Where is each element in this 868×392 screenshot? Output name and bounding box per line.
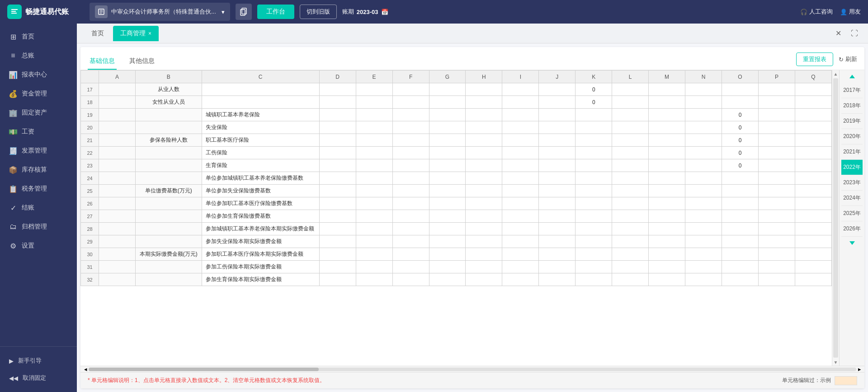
tab-close-icon[interactable]: × — [148, 30, 151, 37]
year-item[interactable]: 2023年 — [841, 175, 863, 191]
table-cell[interactable] — [612, 235, 649, 248]
table-cell[interactable] — [99, 121, 136, 134]
table-cell[interactable] — [466, 172, 502, 185]
table-cell[interactable] — [319, 185, 356, 197]
table-cell[interactable] — [99, 147, 136, 159]
sub-tab-basic[interactable]: 基础信息 — [88, 53, 117, 70]
table-cell[interactable] — [319, 147, 356, 159]
table-cell[interactable] — [466, 273, 502, 286]
table-cell[interactable] — [466, 121, 502, 134]
table-cell[interactable] — [612, 121, 649, 134]
table-cell[interactable] — [685, 235, 722, 248]
table-cell[interactable]: 工伤保险 — [202, 147, 319, 159]
table-cell[interactable] — [356, 121, 392, 134]
table-cell[interactable] — [685, 223, 722, 235]
scroll-up-arrow[interactable]: ▲ — [832, 70, 839, 77]
table-cell[interactable] — [649, 235, 685, 248]
table-cell[interactable] — [319, 172, 356, 185]
table-cell[interactable] — [356, 248, 392, 261]
table-cell[interactable] — [502, 210, 539, 223]
table-cell[interactable] — [392, 273, 429, 286]
table-cell[interactable] — [392, 223, 429, 235]
table-cell[interactable] — [795, 235, 831, 248]
table-cell[interactable] — [356, 197, 392, 210]
table-cell[interactable] — [466, 210, 502, 223]
table-cell[interactable] — [429, 235, 466, 248]
table-cell[interactable] — [319, 235, 356, 248]
table-cell[interactable] — [722, 210, 759, 223]
table-cell[interactable] — [649, 185, 685, 197]
table-cell[interactable] — [722, 235, 759, 248]
table-cell[interactable]: 单位参加职工基本医疗保险缴费基数 — [202, 197, 319, 210]
table-cell[interactable] — [795, 248, 831, 261]
table-cell[interactable] — [612, 109, 649, 121]
table-cell[interactable] — [612, 83, 649, 96]
table-cell[interactable] — [722, 248, 759, 261]
table-cell[interactable] — [795, 121, 831, 134]
table-cell[interactable] — [576, 261, 612, 273]
table-cell[interactable] — [135, 273, 202, 286]
table-cell[interactable] — [722, 197, 759, 210]
table-cell[interactable] — [392, 185, 429, 197]
table-cell[interactable] — [539, 261, 576, 273]
table-cell[interactable] — [466, 235, 502, 248]
table-cell[interactable] — [649, 210, 685, 223]
table-cell[interactable] — [319, 273, 356, 286]
table-cell[interactable] — [758, 134, 795, 147]
table-cell[interactable] — [429, 147, 466, 159]
refresh-button[interactable]: ↻ 刷新 — [839, 55, 857, 63]
table-cell[interactable] — [319, 261, 356, 273]
table-cell[interactable] — [612, 261, 649, 273]
table-cell[interactable] — [502, 172, 539, 185]
table-cell[interactable] — [99, 197, 136, 210]
table-cell[interactable] — [758, 159, 795, 172]
table-cell[interactable] — [502, 83, 539, 96]
spreadsheet-main[interactable]: A B C D E F G H I J K L — [80, 70, 832, 366]
tab-expand-btn[interactable]: ⛶ — [848, 27, 861, 40]
table-cell[interactable] — [99, 223, 136, 235]
table-cell[interactable] — [319, 134, 356, 147]
table-cell[interactable] — [649, 134, 685, 147]
sidebar-item-ledger[interactable]: ≡ 总账 — [0, 46, 77, 65]
sidebar-item-wages[interactable]: 💵 工资 — [0, 122, 77, 141]
table-cell[interactable] — [392, 121, 429, 134]
table-cell[interactable] — [612, 223, 649, 235]
table-cell[interactable] — [649, 172, 685, 185]
table-cell[interactable] — [758, 261, 795, 273]
table-cell[interactable] — [758, 147, 795, 159]
year-item[interactable]: 2022年 — [841, 160, 863, 175]
sidebar-item-inventory[interactable]: 📦 库存核算 — [0, 160, 77, 179]
table-cell[interactable] — [99, 96, 136, 109]
table-cell[interactable] — [685, 121, 722, 134]
table-cell[interactable]: 0 — [722, 147, 759, 159]
calendar-icon[interactable]: 📅 — [381, 9, 388, 15]
table-cell[interactable] — [466, 185, 502, 197]
table-cell[interactable] — [356, 223, 392, 235]
table-cell[interactable] — [356, 109, 392, 121]
h-scroll-right[interactable]: ▸ — [856, 366, 863, 373]
table-cell[interactable] — [392, 134, 429, 147]
table-cell[interactable]: 参加生育保险本期实际缴费金额 — [202, 273, 319, 286]
year-item[interactable]: 2019年 — [841, 114, 863, 129]
year-item[interactable]: 2018年 — [841, 98, 863, 114]
table-cell[interactable] — [319, 159, 356, 172]
table-cell[interactable] — [392, 109, 429, 121]
table-cell[interactable]: 0 — [576, 83, 612, 96]
h-scroll-track[interactable] — [89, 368, 856, 371]
table-cell[interactable] — [612, 248, 649, 261]
table-cell[interactable] — [135, 197, 202, 210]
table-cell[interactable] — [429, 121, 466, 134]
table-cell[interactable] — [135, 223, 202, 235]
reset-report-button[interactable]: 重置报表 — [796, 53, 833, 66]
table-cell[interactable] — [685, 273, 722, 286]
table-cell[interactable] — [795, 172, 831, 185]
table-cell[interactable] — [356, 147, 392, 159]
table-cell[interactable] — [202, 96, 319, 109]
table-cell[interactable] — [429, 134, 466, 147]
table-cell[interactable] — [502, 109, 539, 121]
consult-area[interactable]: 🎧 人工咨询 — [800, 8, 833, 16]
table-cell[interactable] — [356, 159, 392, 172]
table-cell[interactable] — [758, 172, 795, 185]
table-cell[interactable] — [429, 248, 466, 261]
table-cell[interactable]: 生育保险 — [202, 159, 319, 172]
